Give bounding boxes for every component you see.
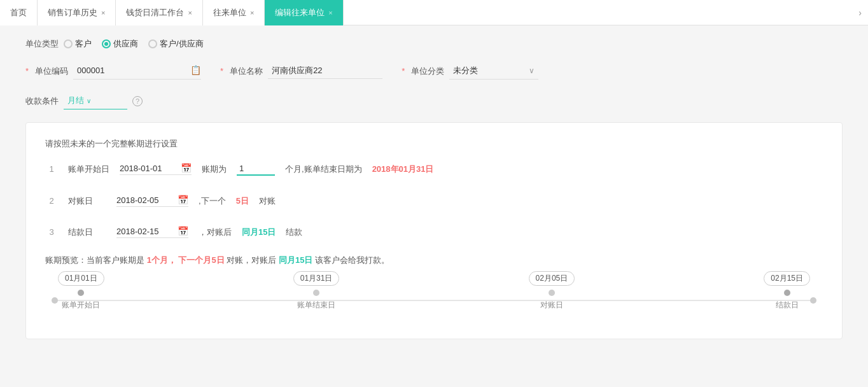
unit-category-required-star: * xyxy=(402,66,405,76)
row-1-date-input[interactable] xyxy=(120,164,177,173)
radio-supplier-circle xyxy=(102,39,111,48)
tab-home-label: 首页 xyxy=(10,7,27,18)
payment-terms-label: 收款条件 xyxy=(25,95,59,107)
timeline-point-2-bottom-label: 账单结束日 xyxy=(297,300,335,311)
unit-code-required-star: * xyxy=(25,66,29,76)
timeline-point-3-bottom-label: 对账日 xyxy=(540,300,563,311)
timeline-point-1-bottom-label: 账单开始日 xyxy=(62,300,100,311)
unit-info-row: * 单位编码 📋 * 单位名称 * 单位分类 未分类 ∨ xyxy=(25,62,843,80)
row-1-suffix-before: 账期为 xyxy=(202,164,227,175)
preview-part1: 1个月， xyxy=(147,255,176,265)
timeline-point-2-dot xyxy=(313,290,319,296)
tab-sales-history-close[interactable]: × xyxy=(101,9,105,17)
tab-edit-contact[interactable]: 编辑往来单位 × xyxy=(265,0,343,25)
unit-category-value: 未分类 xyxy=(453,65,478,76)
row-2-calendar-icon[interactable]: 📅 xyxy=(178,195,188,205)
unit-code-icon[interactable]: 📋 xyxy=(190,65,201,75)
row-1-suffix-after: 个月,账单结束日期为 xyxy=(285,164,362,175)
timeline-point-1-dot xyxy=(78,290,84,296)
row-1-date-wrap: 📅 xyxy=(120,163,192,175)
preview-label: 账期预览：当前客户账期是 xyxy=(45,255,144,265)
timeline-point-3-dot xyxy=(549,290,555,296)
radio-both[interactable]: 客户/供应商 xyxy=(148,38,204,50)
setting-row-1: 1 账单开始日 📅 账期为 个月,账单结束日期为 2018年01月31日 xyxy=(45,162,823,176)
row-2-label: 对账日 xyxy=(68,195,106,207)
row-1-num: 1 xyxy=(45,164,58,174)
row-1-end-date: 2018年01月31日 xyxy=(372,164,434,175)
unit-name-item: * 单位名称 xyxy=(220,64,382,79)
timeline-right-endpoint xyxy=(810,297,816,304)
unit-type-radio-group: 客户 供应商 客户/供应商 xyxy=(64,38,204,50)
row-2-date-wrap: 📅 xyxy=(116,195,188,207)
tab-contacts[interactable]: 往来单位 × xyxy=(203,0,265,25)
unit-type-item: 单位类型 客户 供应商 客户/供应商 xyxy=(25,38,204,50)
unit-name-label: 单位名称 xyxy=(230,66,263,77)
unit-category-item: * 单位分类 未分类 ∨ xyxy=(402,62,538,80)
tab-sales-history[interactable]: 销售订单历史 × xyxy=(38,0,116,25)
timeline-track: 01月01日 账单开始日 01月31日 账单结束日 02月05日 xyxy=(58,281,810,320)
row-3-calendar-icon[interactable]: 📅 xyxy=(178,226,188,236)
radio-both-circle xyxy=(148,39,157,48)
payment-terms-value: 月结 xyxy=(67,95,84,106)
preview-part4: 同月15日 xyxy=(279,255,312,265)
row-2-num: 2 xyxy=(45,196,58,206)
row-3-prefix: ，对账后 xyxy=(199,227,232,238)
payment-terms-select[interactable]: 月结 ∨ xyxy=(64,92,127,109)
row-3-num: 3 xyxy=(45,227,58,237)
timeline-point-2: 01月31日 账单结束日 xyxy=(293,290,340,311)
unit-name-required-star: * xyxy=(220,66,223,76)
preview-part5: 该客户会给我打款。 xyxy=(315,255,389,265)
settings-panel: 请按照未来的一个完整帐期进行设置 1 账单开始日 📅 账期为 个月,账单结束日期… xyxy=(25,122,843,339)
preview-part3: 对账，对账后 xyxy=(227,255,276,265)
tab-contacts-close[interactable]: × xyxy=(250,9,254,17)
payment-terms-chevron-icon: ∨ xyxy=(87,97,91,104)
unit-category-label: 单位分类 xyxy=(411,66,444,77)
row-3-date-input[interactable] xyxy=(116,227,174,236)
timeline-point-4: 02月15日 结款日 xyxy=(764,290,810,311)
row-1-months-input[interactable] xyxy=(237,162,275,176)
timeline-left-endpoint xyxy=(52,297,58,304)
payment-terms-item: 收款条件 月结 ∨ ? xyxy=(25,92,143,109)
unit-category-dropdown[interactable]: 未分类 ∨ xyxy=(449,62,538,80)
timeline-point-4-dot xyxy=(784,290,790,296)
timeline-point-4-top-label: 02月15日 xyxy=(764,271,810,286)
row-3-date-wrap: 📅 xyxy=(116,226,188,238)
preview-section: 账期预览：当前客户账期是 1个月， 下一个月5日 对账，对账后 同月15日 该客… xyxy=(45,244,823,320)
unit-code-label: 单位编码 xyxy=(35,66,68,77)
tab-cash-workbench-close[interactable]: × xyxy=(188,9,192,17)
row-2-highlight: 5日 xyxy=(236,195,249,207)
radio-customer[interactable]: 客户 xyxy=(64,38,92,50)
timeline-container: 01月01日 账单开始日 01月31日 账单结束日 02月05日 xyxy=(45,281,823,320)
tab-scroll-right-icon[interactable]: › xyxy=(858,8,862,18)
unit-name-input[interactable] xyxy=(268,64,382,79)
timeline-point-3: 02月05日 对账日 xyxy=(529,290,575,311)
timeline-point-3-top-label: 02月05日 xyxy=(529,271,575,286)
tab-sales-history-label: 销售订单历史 xyxy=(48,7,97,18)
timeline-points-row: 01月01日 账单开始日 01月31日 账单结束日 02月05日 xyxy=(58,290,810,311)
unit-code-input-wrap: 📋 xyxy=(73,63,201,80)
row-3-highlight: 同月15日 xyxy=(242,227,276,238)
radio-supplier[interactable]: 供应商 xyxy=(102,38,138,50)
radio-customer-circle xyxy=(64,39,73,48)
tab-edit-contact-close[interactable]: × xyxy=(328,9,332,17)
setting-row-3: 3 结款日 📅 ，对账后 同月15日 结款 xyxy=(45,226,823,238)
tab-cash-workbench-label: 钱货日清工作台 xyxy=(126,7,184,18)
preview-text: 账期预览：当前客户账期是 1个月， 下一个月5日 对账，对账后 同月15日 该客… xyxy=(45,255,823,266)
payment-terms-help-icon[interactable]: ? xyxy=(132,96,143,106)
timeline-point-2-top-label: 01月31日 xyxy=(293,271,340,286)
tab-home[interactable]: 首页 xyxy=(0,0,38,25)
preview-part2: 下一个月5日 xyxy=(178,255,224,265)
row-2-prefix: ,下一个 xyxy=(199,195,226,207)
radio-both-label: 客户/供应商 xyxy=(160,38,204,50)
tab-cash-workbench[interactable]: 钱货日清工作台 × xyxy=(116,0,202,25)
panel-title: 请按照未来的一个完整帐期进行设置 xyxy=(45,138,823,150)
row-3-suffix: 结款 xyxy=(286,227,302,238)
tab-contacts-label: 往来单位 xyxy=(213,7,246,18)
unit-category-chevron-icon: ∨ xyxy=(529,66,535,75)
unit-code-item: * 单位编码 📋 xyxy=(25,63,201,80)
unit-code-input[interactable] xyxy=(73,63,188,78)
row-2-date-input[interactable] xyxy=(116,195,174,205)
row-1-calendar-icon[interactable]: 📅 xyxy=(181,163,192,173)
unit-type-label: 单位类型 xyxy=(25,38,59,50)
timeline-point-4-bottom-label: 结款日 xyxy=(776,300,799,311)
